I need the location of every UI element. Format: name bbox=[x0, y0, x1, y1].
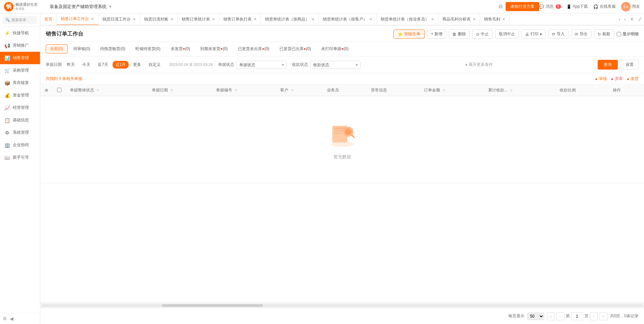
dropdown-arrow-icon[interactable]: ▾ bbox=[109, 4, 112, 9]
show-detail-label[interactable]: 显示明细 bbox=[617, 31, 639, 37]
message-btn[interactable]: 💬 消息 6 bbox=[539, 4, 561, 9]
empty-cell: 暂无数据 bbox=[40, 96, 644, 183]
tab-sale-sum-customer[interactable]: 销货单统计表（按客户） ✕ bbox=[319, 13, 377, 25]
date-btn-yesterday[interactable]: 昨天 bbox=[64, 61, 78, 69]
smart-gen-btn[interactable]: ⭐ 智能生单 bbox=[393, 30, 425, 39]
date-btn-1month[interactable]: 近1月 bbox=[113, 61, 129, 69]
filter-tab-not-shipped[interactable]: 未发货●(0) bbox=[166, 44, 195, 53]
stop-btn[interactable]: ⊙ 中止 bbox=[472, 30, 492, 39]
sidebar-item-enterprise[interactable]: 🏢 企业协同 bbox=[0, 139, 40, 151]
sort-amount-icon[interactable]: ⇅ bbox=[442, 88, 445, 92]
online-service-btn[interactable]: 🎧 在线客服 bbox=[593, 4, 616, 9]
sidebar-item-purchase[interactable]: 🛒 采购管理 bbox=[0, 64, 40, 77]
delete-btn[interactable]: 🗑 删除 bbox=[449, 30, 470, 39]
date-btn-custom[interactable]: 自定义 bbox=[145, 61, 164, 69]
sidebar-item-operation[interactable]: 📈 经营管理 bbox=[0, 102, 40, 114]
payment-select[interactable]: 收款状态 bbox=[310, 61, 360, 69]
tab-expand-btn[interactable]: ⤢ bbox=[636, 16, 644, 22]
cancel-stop-btn[interactable]: 取消中止 bbox=[495, 30, 519, 39]
tab-sales-exec[interactable]: 销售订单执行表 ✕ bbox=[219, 13, 261, 25]
tab-cash-clear[interactable]: 钱货日清工作台 ✕ bbox=[98, 13, 140, 25]
search-input-area[interactable]: 🔍 搜索菜单 bbox=[3, 16, 37, 24]
col-settings-icon[interactable]: ⚙ bbox=[45, 88, 48, 93]
tab-close-sales-profit[interactable]: ✕ bbox=[502, 17, 505, 22]
sidebar-item-system[interactable]: ⚙ 系统管理 bbox=[0, 126, 40, 139]
filter-tab-pending-inspect[interactable]: 待拣货验货(0) bbox=[96, 44, 130, 53]
settings-icon[interactable]: ⚙ bbox=[498, 3, 503, 10]
tab-close-cash-reconcile[interactable]: ✕ bbox=[170, 17, 173, 22]
sales-icon: 📊 bbox=[4, 55, 10, 61]
sidebar-search[interactable]: 🔍 搜索菜单 bbox=[0, 13, 40, 27]
sort-number-icon[interactable]: ⇅ bbox=[234, 88, 237, 92]
filter-tab-not-printed[interactable]: 未打印单据●(0) bbox=[317, 44, 353, 53]
filter-setting-btn[interactable]: 设置 bbox=[620, 60, 639, 70]
expand-filter-btn[interactable]: ▾ 展开更多条件 bbox=[465, 62, 493, 68]
filter-tab-pending-review[interactable]: 待审核(0) bbox=[69, 44, 95, 53]
import-btn[interactable]: ⟳ 导入 bbox=[548, 30, 568, 39]
app-download-btn[interactable]: 📱 App下载 bbox=[566, 4, 588, 9]
sidebar-collapse-btn[interactable]: ◀ bbox=[10, 316, 13, 321]
last-page-btn[interactable]: » bbox=[599, 312, 607, 320]
tab-margin[interactable]: 商品毛利分析表 ✕ bbox=[438, 13, 480, 25]
filter-tab-overdue[interactable]: 到期未发货●(0) bbox=[196, 44, 232, 53]
cancel-review-action-btn[interactable]: ● 弃审 bbox=[611, 76, 623, 82]
tab-close-all-btn[interactable]: ✕ bbox=[628, 16, 636, 22]
tab-close-sale-sum-staff[interactable]: ✕ bbox=[431, 17, 434, 22]
sidebar-item-sales[interactable]: 📊 销售管理 bbox=[0, 52, 40, 64]
tab-next-btn[interactable]: › bbox=[622, 16, 628, 22]
tab-sale-sum-product[interactable]: 销货单统计表（按商品） ✕ bbox=[261, 13, 319, 25]
page-input[interactable] bbox=[571, 312, 583, 320]
sort-status-icon[interactable]: ⇅ bbox=[96, 88, 99, 92]
select-all-checkbox[interactable] bbox=[57, 88, 61, 92]
filter-tab-shipped-not-out[interactable]: 已发货未出库●(0) bbox=[233, 44, 274, 53]
status-select[interactable]: 单据状态 bbox=[236, 61, 287, 69]
tab-close-sales-order[interactable]: ✕ bbox=[91, 17, 94, 21]
per-page-select[interactable]: 50 10 20 100 bbox=[527, 313, 544, 320]
tab-sales-profit[interactable]: 销售毛利 ✕ bbox=[480, 13, 510, 25]
sidebar-item-basic-info[interactable]: 📋 基础信息 bbox=[0, 114, 40, 126]
tab-close-sales-exec[interactable]: ✕ bbox=[254, 17, 257, 22]
filter-tab-shipped-out[interactable]: 已发货已出库●(0) bbox=[275, 44, 315, 53]
sort-date-icon[interactable]: ⇅ bbox=[170, 88, 173, 92]
tab-cash-reconcile[interactable]: 钱货日清对账 ✕ bbox=[140, 13, 178, 25]
tab-sales-order[interactable]: 销售订单工作台 ✕ bbox=[57, 13, 98, 25]
tab-close-margin[interactable]: ✕ bbox=[473, 17, 476, 22]
user-menu[interactable]: Ea 用友 bbox=[621, 2, 640, 11]
add-btn[interactable]: + 新增 bbox=[427, 30, 446, 39]
ship-action-btn[interactable]: ● 发货 bbox=[627, 76, 639, 82]
show-detail-checkbox[interactable] bbox=[617, 32, 621, 36]
sidebar-item-finance[interactable]: 💰 资金管理 bbox=[0, 89, 40, 102]
export-btn[interactable]: ⟳ 导出 bbox=[571, 30, 591, 39]
tab-close-sales-stat[interactable]: ✕ bbox=[212, 17, 215, 22]
sidebar-item-inventory[interactable]: 📦 库存核算 bbox=[0, 77, 40, 89]
date-btn-more[interactable]: 更多 bbox=[130, 61, 144, 69]
tab-sale-sum-staff[interactable]: 销货单统计表（按业务员） ✕ bbox=[377, 13, 438, 25]
tab-close-cash-clear[interactable]: ✕ bbox=[133, 17, 136, 22]
scroll-bar-track[interactable] bbox=[42, 304, 643, 307]
print-btn[interactable]: 🖨 打印 ▾ bbox=[521, 30, 546, 39]
sidebar-item-marketing[interactable]: 📢 营销推广 bbox=[0, 39, 40, 52]
sort-received-icon[interactable]: ⇅ bbox=[510, 88, 513, 92]
sidebar: 🔍 搜索菜单 ⚡ 快捷导航 📢 营销推广 📊 销售管理 🛒 采购管理 bbox=[0, 13, 40, 324]
filter-tab-wangpu[interactable]: 旺铺待发货(0) bbox=[131, 44, 165, 53]
tab-home[interactable]: 首页 bbox=[40, 13, 57, 25]
tab-close-sale-sum-product[interactable]: ✕ bbox=[311, 17, 314, 22]
tab-prev-btn[interactable]: ‹ bbox=[617, 16, 622, 22]
sidebar-item-quick-nav[interactable]: ⚡ 快捷导航 bbox=[0, 27, 40, 39]
sidebar-item-guide[interactable]: 📖 新手引导 bbox=[0, 151, 40, 164]
scroll-bar-thumb[interactable] bbox=[162, 304, 263, 307]
tab-close-sale-sum-customer[interactable]: ✕ bbox=[369, 17, 372, 22]
first-page-btn[interactable]: « bbox=[547, 312, 555, 320]
tab-sales-stat[interactable]: 销售订单统计表 ✕ bbox=[178, 13, 219, 25]
refresh-btn[interactable]: ↻ 刷新 bbox=[594, 30, 614, 39]
trial-btn[interactable]: 体验行业方案 bbox=[506, 2, 539, 11]
query-btn[interactable]: 查询 bbox=[598, 60, 618, 70]
sidebar-settings-btn[interactable]: ⚙ bbox=[3, 316, 7, 321]
date-btn-today[interactable]: 今天 bbox=[79, 61, 93, 69]
prev-page-btn[interactable]: ‹ bbox=[556, 312, 564, 320]
sort-customer-icon[interactable]: ⇅ bbox=[291, 88, 294, 92]
date-btn-7days[interactable]: 近7天 bbox=[95, 61, 111, 69]
next-page-btn[interactable]: › bbox=[590, 312, 598, 320]
review-action-btn[interactable]: ● 审核 bbox=[595, 76, 607, 82]
filter-tab-all[interactable]: 全部(0) bbox=[46, 44, 68, 53]
